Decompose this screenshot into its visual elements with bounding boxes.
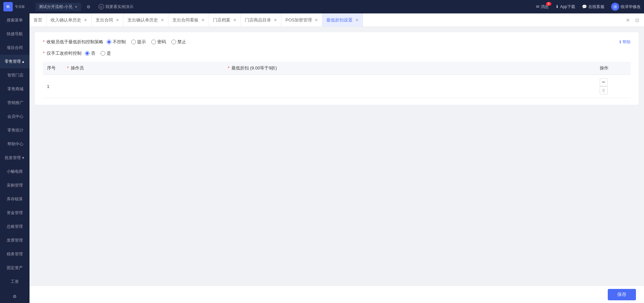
radio-remind[interactable]: 提示 (131, 39, 146, 45)
demo-label: 我要看实例演示 (105, 4, 133, 10)
manual-control-row: * 仅手工改价时控制 否 是 (43, 50, 631, 56)
tab-close-button[interactable]: ✕ (624, 16, 632, 24)
tab-pos-password-label: POS加密管理 (285, 17, 312, 23)
manual-options: 否 是 (85, 50, 111, 56)
tab-payment-board-close[interactable]: ✕ (201, 18, 205, 22)
sidebar-item-capital-mgmt[interactable]: 资金管理 (0, 206, 30, 220)
messages-button[interactable]: ✉ 消息 8 (536, 4, 549, 10)
sidebar-item-wholesale-mgmt[interactable]: 批发管理 ▼ (0, 151, 30, 165)
tab-payment-confirm[interactable]: 支出确认单历史 ✕ (123, 13, 168, 27)
online-service-button[interactable]: 💬 在线客服 (582, 4, 604, 10)
page-content: * 收银员低于最低折扣控制策略 不控制 提示 (30, 27, 644, 286)
logo-icon: 畅 (3, 2, 13, 11)
tab-store-catalog-close[interactable]: ✕ (274, 18, 277, 22)
tab-min-discount[interactable]: 最低折扣设置 ✕ (322, 13, 363, 27)
tab-min-discount-close[interactable]: ✕ (355, 18, 359, 22)
user-avatar: 徐 (611, 3, 619, 11)
sidebar-wholesale-mgmt-label: 批发管理 (5, 155, 21, 161)
sidebar-item-quick-nav[interactable]: 快捷导航 (0, 27, 30, 41)
radio-password[interactable]: 密码 (151, 39, 166, 45)
sidebar-project-contract-label: 项目合同 (1, 45, 28, 51)
tab-payment-confirm-close[interactable]: ✕ (161, 18, 164, 22)
sidebar-inventory-label: 库存核算 (1, 196, 28, 202)
tab-payment-contract[interactable]: 支出合同 ✕ (92, 13, 123, 27)
th-min-discount: * 最低折扣 (9.00等于9折) (224, 62, 596, 75)
sidebar-search-label: 搜索菜单 (1, 17, 28, 23)
sidebar-item-search[interactable]: 搜索菜单 (0, 13, 30, 27)
tab-store-catalog-label: 门店商品目录 (245, 17, 271, 23)
sidebar-item-invoice-mgmt[interactable]: 发票管理 (0, 234, 30, 247)
sidebar-item-project-contract[interactable]: 项目合同 (0, 41, 30, 55)
topbar: 畅 专业版 测试分开流程-小兄 ▼ ⚙ ◎ 我要看实例演示 ✉ 消息 8 ⬇ A… (0, 0, 644, 13)
user-menu[interactable]: 徐 徐泽华修改 (611, 3, 641, 11)
user-name: 徐泽华修改 (621, 4, 641, 10)
control-strategy-row: * 收银员低于最低折扣控制策略 不控制 提示 (43, 39, 631, 45)
sidebar-item-member-center[interactable]: 会员中心 (0, 110, 30, 123)
delete-row-button[interactable]: 🗑 (600, 86, 608, 94)
tab-income-confirm-close[interactable]: ✕ (84, 18, 87, 22)
sidebar: 搜索菜单 快捷导航 项目合同 零售管理 ▲ 智营门店 零售商城 营销推广 会员中… (0, 13, 30, 303)
sidebar-item-retail-stats[interactable]: 零售统计 (0, 123, 30, 137)
td-min-discount (224, 75, 596, 98)
table-header-row: 序号 * 操作员 * 最低折扣 (9.00等于9折) 操作 (43, 62, 631, 75)
help-button[interactable]: ℹ 帮助 (620, 39, 631, 45)
settings-icon: ⚙ (87, 4, 91, 9)
online-service-label: 在线客服 (588, 4, 604, 10)
sidebar-item-help-center[interactable]: 帮助中心 (0, 137, 30, 151)
tab-maximize-button[interactable]: ⊡ (633, 16, 641, 24)
sidebar-marketing-label: 营销推广 (3, 100, 28, 106)
tab-payment-contract-label: 支出合同 (96, 17, 113, 23)
sidebar-item-tax-mgmt[interactable]: 税务管理 (0, 247, 30, 261)
tab-payment-board[interactable]: 支出合同看板 ✕ (168, 13, 209, 27)
radio-forbid[interactable]: 禁止 (171, 39, 186, 45)
project-name: 测试分开流程-小兄 (39, 4, 72, 10)
sidebar-item-retail-mall[interactable]: 零售商城 (0, 82, 30, 96)
sidebar-retail-stats-label: 零售统计 (3, 128, 28, 133)
td-seq: 1 (43, 75, 63, 98)
sidebar-retail-mall-label: 零售商城 (3, 86, 28, 92)
tab-home-label: 首页 (34, 17, 42, 23)
sidebar-item-smart-store[interactable]: 智营门店 (0, 68, 30, 82)
sidebar-item-ecommerce[interactable]: 小畅电商 (0, 165, 30, 179)
sidebar-retail-mgmt-label: 零售管理 (5, 59, 21, 64)
th-actions: 操作 (596, 62, 623, 75)
sidebar-item-salary[interactable]: 工资 (0, 275, 30, 289)
sidebar-item-fixed-assets[interactable]: 固定资产 (0, 261, 30, 275)
tabbar-actions: ✕ ⊡ (621, 16, 644, 24)
tab-store-archive-close[interactable]: ✕ (233, 18, 236, 22)
demo-button[interactable]: ◎ 我要看实例演示 (99, 4, 133, 10)
tab-home[interactable]: 首页 (30, 13, 47, 27)
sidebar-item-inventory[interactable]: 库存核算 (0, 192, 30, 206)
sidebar-item-marketing[interactable]: 营销推广 (0, 96, 30, 110)
th-operator: * 操作员 (63, 62, 224, 75)
retail-mgmt-arrow: ▲ (21, 60, 25, 63)
wholesale-mgmt-arrow: ▼ (21, 156, 25, 160)
tab-store-catalog[interactable]: 门店商品目录 ✕ (241, 13, 281, 27)
app-download-button[interactable]: ⬇ App下载 (555, 4, 575, 10)
sidebar-item-purchase-mgmt[interactable]: 采购管理 (0, 179, 30, 192)
sidebar-settings-button[interactable]: ⚙ (0, 290, 30, 303)
tab-payment-contract-close[interactable]: ✕ (116, 18, 119, 22)
sidebar-tax-mgmt-label: 税务管理 (1, 251, 28, 257)
page-footer: 保存 (30, 286, 644, 303)
sidebar-item-ledger-mgmt[interactable]: 总账管理 (0, 220, 30, 234)
tab-store-archive[interactable]: 门店档案 ✕ (209, 13, 241, 27)
tab-payment-board-label: 支出合同看板 (172, 17, 199, 23)
tab-pos-password[interactable]: POS加密管理 ✕ (281, 13, 322, 27)
radio-no[interactable]: 否 (85, 50, 95, 56)
control-options: 不控制 提示 密码 禁 (107, 39, 186, 45)
sidebar-fixed-assets-label: 固定资产 (1, 265, 28, 271)
radio-no-control[interactable]: 不控制 (107, 39, 126, 45)
tab-pos-password-close[interactable]: ✕ (315, 18, 318, 22)
radio-yes[interactable]: 是 (101, 50, 111, 56)
project-selector[interactable]: 测试分开流程-小兄 ▼ (36, 3, 81, 11)
demo-icon: ◎ (99, 4, 104, 9)
settings-button[interactable]: ⚙ (84, 2, 93, 11)
tab-income-confirm[interactable]: 收入确认单历史 ✕ (47, 13, 92, 27)
sidebar-item-retail-mgmt[interactable]: 零售管理 ▲ (0, 55, 30, 68)
manual-control-label: * 仅手工改价时控制 (43, 50, 82, 56)
save-button[interactable]: 保存 (608, 289, 636, 300)
edit-row-button[interactable]: ✏ (600, 78, 608, 86)
control-strategy-label: * 收银员低于最低折扣控制策略 (43, 39, 103, 45)
message-icon: ✉ (536, 4, 539, 9)
